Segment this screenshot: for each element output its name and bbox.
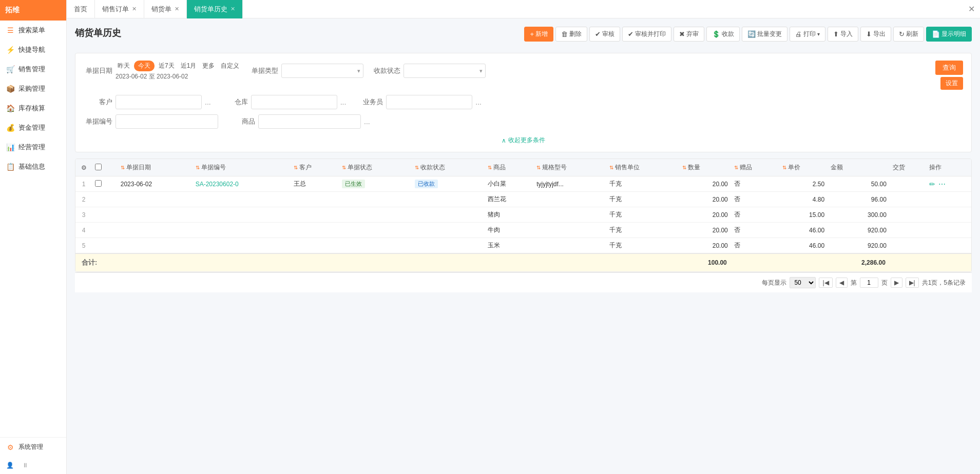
filter-row-2: 客户 ... 仓库 ... 业务员 ... bbox=[84, 95, 963, 109]
purchase-mgmt-icon: 📦 bbox=[6, 85, 14, 93]
tab-sales-delivery-close[interactable]: ✕ bbox=[175, 6, 179, 12]
row-doc-no-3 bbox=[193, 223, 291, 238]
row-doc-status-1 bbox=[339, 192, 412, 207]
tab-sales-order-close[interactable]: ✕ bbox=[132, 6, 137, 12]
first-page-button[interactable]: |◀ bbox=[819, 278, 832, 288]
row-edit-icon-0[interactable]: ✏ bbox=[929, 180, 935, 188]
row-pay-status-3 bbox=[412, 223, 485, 238]
audit-button[interactable]: ✔ 审核 bbox=[589, 27, 620, 42]
collapse-filter-button[interactable]: ∧ 收起更多条件 bbox=[502, 136, 545, 145]
row-doc-status-3 bbox=[339, 223, 412, 238]
date-today[interactable]: 今天 bbox=[134, 61, 155, 71]
abandon-button[interactable]: ✖ 弃审 bbox=[674, 27, 704, 42]
th-customer: ⇅ 客户 bbox=[291, 159, 339, 176]
tab-sales-order[interactable]: 销售订单 ✕ bbox=[95, 0, 144, 18]
pay-status-select[interactable] bbox=[403, 64, 486, 78]
select-all-checkbox[interactable] bbox=[95, 164, 102, 170]
filter-goods: 商品 ... bbox=[226, 114, 370, 129]
refresh-button[interactable]: ↻ 刷新 bbox=[893, 27, 924, 42]
tab-home[interactable]: 首页 bbox=[67, 0, 95, 18]
sidebar-item-search-menu[interactable]: ☰ 搜索菜单 bbox=[0, 21, 66, 40]
row-qty-0: 20.00 bbox=[679, 176, 731, 192]
sidebar-item-inventory[interactable]: 🏠 库存核算 bbox=[0, 98, 66, 118]
th-unit: ⇅ 销售单位 bbox=[606, 159, 679, 176]
row-gift-0: 否 bbox=[731, 176, 779, 192]
delete-button[interactable]: 🗑 删除 bbox=[555, 27, 587, 42]
row-amount-0: 50.00 bbox=[828, 176, 890, 192]
app-logo: 拓维 bbox=[0, 0, 66, 21]
th-action: 操作 bbox=[926, 159, 971, 176]
print-dropdown-arrow: ▾ bbox=[817, 31, 820, 37]
collect-button[interactable]: 💲 收款 bbox=[706, 27, 740, 42]
show-details-button[interactable]: 📄 显示明细 bbox=[926, 27, 972, 42]
new-icon: + bbox=[530, 30, 534, 38]
collapse-arrow-icon: ∧ bbox=[502, 137, 506, 144]
goods-picker[interactable]: ... bbox=[364, 117, 370, 126]
date-yesterday[interactable]: 昨天 bbox=[116, 61, 132, 71]
customer-input[interactable] bbox=[116, 95, 202, 109]
row-doc-date-1 bbox=[118, 192, 193, 207]
row-doc-date-0: 2023-06-02 bbox=[118, 176, 193, 192]
data-table: ⚙ ⇅ 单据日期 ⇅ 单据编号 ⇅ 客户 bbox=[75, 159, 972, 272]
date-last1m[interactable]: 近1月 bbox=[179, 61, 199, 71]
warehouse-input[interactable] bbox=[251, 95, 337, 109]
filter-doc-no: 单据编号 bbox=[84, 114, 218, 129]
doc-no-input[interactable] bbox=[116, 114, 218, 129]
sidebar-item-sys-mgmt[interactable]: ⚙ 系统管理 bbox=[0, 438, 66, 457]
date-more[interactable]: 更多 bbox=[200, 61, 217, 71]
goods-input[interactable] bbox=[258, 114, 361, 129]
sidebar: 拓维 ☰ 搜索菜单 ⚡ 快捷导航 🛒 销售管理 📦 采购管理 🏠 库存核算 💰 … bbox=[0, 0, 67, 474]
batch-change-button[interactable]: 🔄 批量变更 bbox=[742, 27, 787, 42]
row-more-icon-0[interactable]: ⋯ bbox=[938, 180, 946, 188]
tab-sales-delivery[interactable]: 销货单 ✕ bbox=[144, 0, 187, 18]
total-pages-label: 共1页，5条记录 bbox=[922, 279, 966, 287]
row-delivery-3 bbox=[890, 223, 927, 238]
row-action-3 bbox=[926, 223, 971, 238]
sales-mgmt-icon: 🛒 bbox=[6, 65, 14, 73]
filter-panel: 单据日期 昨天 今天 近7天 近1月 更多 自定义 2023-06-02 至 2… bbox=[75, 53, 972, 152]
per-page-select[interactable]: 50 10 20 100 bbox=[790, 277, 816, 288]
tab-sales-history-close[interactable]: ✕ bbox=[230, 6, 235, 12]
audit-print-button[interactable]: ✔ 审核并打印 bbox=[622, 27, 671, 42]
customer-picker[interactable]: ... bbox=[205, 98, 211, 106]
query-button[interactable]: 查询 bbox=[935, 61, 963, 75]
quick-nav-icon: ⚡ bbox=[6, 46, 14, 54]
row-goods-4: 玉米 bbox=[485, 238, 533, 254]
row-doc-status-4 bbox=[339, 238, 412, 254]
row-amount-2: 300.00 bbox=[828, 207, 890, 223]
row-delivery-1 bbox=[890, 192, 927, 207]
pause-icon[interactable]: ⏸ bbox=[22, 462, 28, 469]
page-number-input[interactable] bbox=[860, 278, 878, 288]
warehouse-picker[interactable]: ... bbox=[340, 98, 347, 106]
last-page-button[interactable]: ▶| bbox=[906, 278, 919, 288]
row-pay-status-0: 已收款 bbox=[412, 176, 485, 192]
sidebar-item-purchase-mgmt[interactable]: 📦 采购管理 bbox=[0, 79, 66, 98]
row-pay-status-4 bbox=[412, 238, 485, 254]
tab-sales-history[interactable]: 销货单历史 ✕ bbox=[187, 0, 243, 18]
sidebar-item-finance-mgmt[interactable]: 💰 资金管理 bbox=[0, 118, 66, 137]
th-gear[interactable]: ⚙ bbox=[75, 159, 92, 176]
salesperson-picker[interactable]: ... bbox=[475, 98, 482, 106]
row-pay-status-1 bbox=[412, 192, 485, 207]
next-page-button[interactable]: ▶ bbox=[891, 278, 902, 288]
date-last7[interactable]: 近7天 bbox=[157, 61, 177, 71]
new-button[interactable]: + 新增 bbox=[524, 27, 553, 42]
import-button[interactable]: ⬆ 导入 bbox=[828, 27, 858, 42]
row-gift-1: 否 bbox=[731, 192, 779, 207]
export-button[interactable]: ⬇ 导出 bbox=[860, 27, 891, 42]
sidebar-item-basic-info[interactable]: 📋 基础信息 bbox=[0, 157, 66, 176]
salesperson-input[interactable] bbox=[386, 95, 472, 109]
settings-button[interactable]: 设置 bbox=[940, 77, 963, 90]
tabs-all-close[interactable]: ✕ bbox=[963, 4, 980, 14]
user-settings-icon[interactable]: 👤 bbox=[6, 462, 14, 469]
per-page-label: 每页显示 bbox=[762, 279, 786, 287]
sidebar-item-quick-nav[interactable]: ⚡ 快捷导航 bbox=[0, 40, 66, 60]
row-amount-3: 920.00 bbox=[828, 223, 890, 238]
sidebar-item-sales-mgmt[interactable]: 🛒 销售管理 bbox=[0, 60, 66, 79]
prev-page-button[interactable]: ◀ bbox=[836, 278, 848, 288]
sidebar-item-ops-mgmt[interactable]: 📊 经营管理 bbox=[0, 137, 66, 157]
doc-type-select[interactable] bbox=[281, 64, 363, 78]
row-num-4: 5 bbox=[75, 238, 92, 254]
date-custom[interactable]: 自定义 bbox=[219, 61, 241, 71]
print-button[interactable]: 🖨 打印 ▾ bbox=[790, 27, 825, 42]
